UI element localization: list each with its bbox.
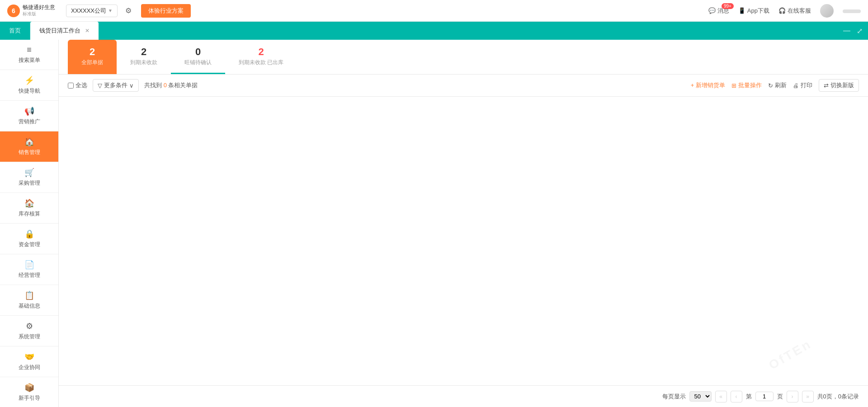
switch-version-button[interactable]: ⇄ 切换新版: [819, 79, 859, 92]
sidebar-item-marketing[interactable]: 📢 营销推广: [0, 101, 58, 131]
download-icon: 📱: [738, 7, 745, 14]
select-all-input[interactable]: [68, 83, 74, 89]
minimize-icon[interactable]: —: [841, 25, 852, 37]
sidebar-item-quick-nav[interactable]: ⚡ 快捷导航: [0, 70, 58, 101]
sidebar-label-inventory: 库存核算: [19, 210, 40, 218]
filter-button[interactable]: ▽ 更多条件 ∨: [93, 79, 139, 92]
batch-icon: ⊞: [731, 82, 736, 89]
filter-icon: ▽: [98, 82, 102, 89]
app-name: 畅捷通好生意: [23, 4, 55, 11]
expand-icon[interactable]: ⤢: [855, 25, 864, 37]
switch-icon: ⇄: [824, 82, 829, 89]
tab-actions: — ⤢: [841, 22, 868, 40]
messages-badge: 99+: [722, 3, 734, 9]
refresh-label: 刷新: [775, 81, 787, 89]
sidebar-item-system[interactable]: ⚙ 系统管理: [0, 316, 58, 346]
sidebar: ≡ 搜索菜单 ⚡ 快捷导航 📢 营销推广 🏠 销售管理 🛒 采购管理 🏠 库存核…: [0, 40, 59, 407]
message-icon: 💬: [708, 7, 716, 14]
inventory-icon: 🏠: [24, 198, 34, 208]
pagination: 每页显示 50 « ‹ 第 页 › » 共0页，0条记录: [59, 385, 868, 407]
last-page-button[interactable]: »: [802, 391, 814, 402]
status-card-overdue[interactable]: 2 到期未收款: [117, 40, 171, 74]
sidebar-item-base-info[interactable]: 📋 基础信息: [0, 285, 58, 316]
nav-tabs: 首页 钱货日清工作台 ✕ — ⤢: [0, 22, 868, 40]
sidebar-item-operations[interactable]: 📄 经营管理: [0, 254, 58, 285]
sales-icon: 🏠: [24, 137, 34, 147]
refresh-icon: ↻: [768, 82, 773, 89]
sidebar-item-finance[interactable]: 🔒 资金管理: [0, 224, 58, 254]
card-label-shipped: 到期未收款 已出库: [239, 59, 283, 66]
select-all-checkbox[interactable]: 全选: [68, 81, 87, 89]
toolbar: 全选 ▽ 更多条件 ∨ 共找到 0 条相关单据 + 新增销货单 ⊞ 批量操作 ↻: [59, 75, 868, 97]
enterprise-icon: 🤝: [24, 352, 34, 362]
avatar-image: [820, 4, 834, 18]
print-icon: 🖨: [793, 82, 799, 89]
sidebar-label-finance: 资金管理: [19, 241, 40, 248]
top-right-actions: 💬 消息 99+ 📱 App下载 🎧 在线客服: [708, 4, 861, 18]
first-page-button[interactable]: «: [715, 391, 727, 402]
app-version: 标准版: [23, 11, 55, 17]
sidebar-label-operations: 经营管理: [19, 271, 40, 279]
base-info-icon: 📋: [24, 290, 34, 300]
batch-operation-button[interactable]: ⊞ 批量操作: [731, 81, 762, 89]
sidebar-item-search-menu[interactable]: ≡ 搜索菜单: [0, 40, 58, 70]
online-service-button[interactable]: 🎧 在线客服: [778, 7, 811, 15]
refresh-button[interactable]: ↻ 刷新: [768, 81, 787, 89]
username-display: [843, 9, 861, 13]
tab-home[interactable]: 首页: [0, 22, 30, 40]
logo-icon: 6: [7, 5, 20, 17]
card-label-wangpu: 旺铺待确认: [184, 59, 212, 66]
card-num-wangpu: 0: [195, 46, 201, 58]
per-page-select[interactable]: 50: [689, 391, 712, 402]
sidebar-label-quick-nav: 快捷导航: [19, 87, 40, 95]
count-suffix: 条相关单据: [168, 82, 198, 89]
chevron-down-icon: ▼: [108, 8, 113, 13]
status-card-wangpu[interactable]: 0 旺铺待确认: [171, 40, 225, 74]
status-card-shipped[interactable]: 2 到期未收款 已出库: [225, 40, 297, 74]
operations-icon: 📄: [24, 260, 34, 270]
sidebar-item-guide[interactable]: 📦 新手引导: [0, 377, 58, 407]
search-menu-icon: ≡: [27, 45, 32, 55]
count-text: 共找到 0 条相关单据: [144, 81, 198, 89]
tab-workbench[interactable]: 钱货日清工作台 ✕: [30, 22, 99, 40]
sidebar-label-marketing: 营销推广: [19, 118, 40, 126]
guide-icon: 📦: [24, 383, 34, 393]
close-tab-icon[interactable]: ✕: [85, 28, 90, 34]
sidebar-item-purchase[interactable]: 🛒 采购管理: [0, 162, 58, 193]
company-name: XXXXXX公司: [71, 7, 106, 15]
messages-button[interactable]: 💬 消息 99+: [708, 7, 729, 15]
total-label: 共0页，0条记录: [817, 393, 859, 401]
sidebar-item-inventory[interactable]: 🏠 库存核算: [0, 193, 58, 224]
prev-page-button[interactable]: ‹: [731, 391, 742, 402]
next-page-button[interactable]: ›: [787, 391, 798, 402]
page-input[interactable]: [755, 392, 774, 401]
card-label-overdue: 到期未收款: [130, 59, 157, 66]
trial-button[interactable]: 体验行业方案: [141, 4, 191, 18]
sidebar-item-enterprise[interactable]: 🤝 企业协同: [0, 346, 58, 377]
page-label: 第: [746, 393, 752, 401]
purchase-icon: 🛒: [24, 168, 34, 178]
add-sales-order-button[interactable]: + 新增销货单: [691, 81, 725, 89]
app-download-button[interactable]: 📱 App下载: [738, 7, 769, 15]
switch-label: 切换新版: [830, 81, 854, 89]
sidebar-item-sales[interactable]: 🏠 销售管理: [0, 131, 58, 162]
headset-icon: 🎧: [778, 7, 786, 14]
marketing-icon: 📢: [24, 106, 34, 116]
finance-icon: 🔒: [24, 229, 34, 239]
company-selector[interactable]: XXXXXX公司 ▼: [66, 5, 118, 17]
sidebar-label-system: 系统管理: [19, 333, 40, 341]
tab-workbench-label: 钱货日清工作台: [39, 27, 80, 35]
status-cards: 2 全部单据 2 到期未收款 0 旺铺待确认 2 到期未收款 已出库: [59, 40, 868, 75]
user-avatar[interactable]: [820, 4, 834, 18]
quick-nav-icon: ⚡: [24, 75, 34, 85]
select-all-label: 全选: [75, 81, 87, 89]
sidebar-label-enterprise: 企业协同: [19, 364, 40, 371]
count-value: 0: [164, 82, 167, 89]
settings-button[interactable]: ⚙: [121, 4, 136, 18]
sidebar-label-guide: 新手引导: [19, 394, 40, 402]
print-button[interactable]: 🖨 打印: [793, 81, 812, 89]
batch-label: 批量操作: [738, 81, 762, 89]
count-prefix: 共找到: [144, 82, 162, 89]
status-card-all[interactable]: 2 全部单据: [68, 40, 117, 74]
logo-area: 6 畅捷通好生意 标准版: [7, 4, 66, 18]
